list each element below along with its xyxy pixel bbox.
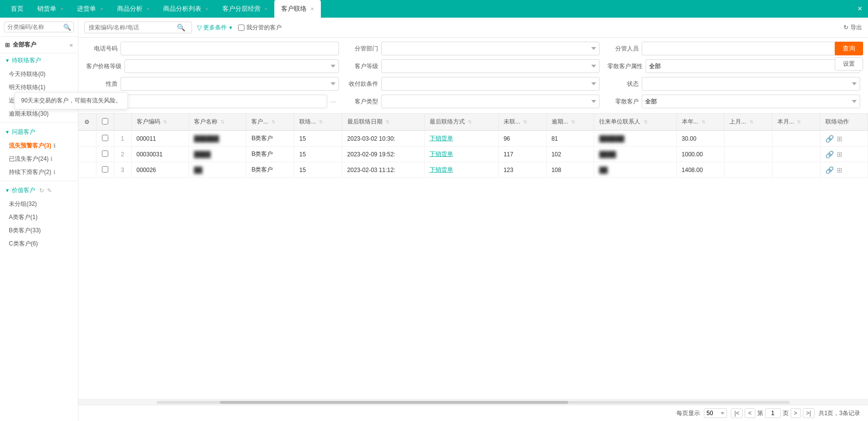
sidebar-search-icon[interactable]: 🔍 <box>63 24 71 31</box>
row2-last-method[interactable]: 下销货单 <box>424 147 498 162</box>
value-edit-icon[interactable]: ✎ <box>47 187 52 194</box>
my-customers-checkbox[interactable] <box>238 25 244 31</box>
row3-link-icon[interactable]: 🔗 <box>825 166 834 174</box>
col-settings[interactable]: ⚙ <box>78 114 96 130</box>
row1-grid-icon[interactable]: ⊞ <box>837 135 843 143</box>
churned-info-icon[interactable]: ℹ <box>50 156 52 162</box>
col-code[interactable]: 客户编码 ⇅ <box>131 114 189 130</box>
sidebar-item-b-class[interactable]: B类客户(33) <box>0 224 78 237</box>
sidebar-item-churn-warning[interactable]: 流失预警客户(3) ℹ <box>0 139 78 152</box>
horizontal-scrollbar[interactable] <box>78 399 868 405</box>
sidebar-item-a-class[interactable]: A类客户(1) <box>0 211 78 224</box>
filter-more-region[interactable]: ··· <box>327 98 339 105</box>
main-search-input[interactable] <box>89 24 177 31</box>
filter-label-dept: 分管部门 <box>347 45 381 53</box>
tab-product-analysis-close[interactable]: × <box>146 0 149 18</box>
row1-check[interactable] <box>96 130 114 147</box>
filter-select-payment[interactable] <box>381 77 600 91</box>
sidebar-item-churned[interactable]: 已流失客户(24) ℹ <box>0 152 78 166</box>
tab-purchase-close[interactable]: × <box>100 0 103 18</box>
filter-input-region[interactable] <box>124 95 327 108</box>
window-close-btn[interactable]: × <box>858 4 868 13</box>
row2-partner: ████ <box>594 147 676 162</box>
sidebar-item-ungroped[interactable]: 未分组(32) <box>0 198 78 211</box>
filter-select-manager[interactable] <box>642 42 848 55</box>
tab-home[interactable]: 首页 <box>4 0 30 18</box>
export-btn[interactable]: ↻ 导出 <box>844 24 862 32</box>
row3-last-method[interactable]: 下销货单 <box>424 162 498 178</box>
col-last-method[interactable]: 最后联络方式 ⇅ <box>424 114 498 130</box>
sidebar-collapse-btn[interactable]: « <box>70 41 73 49</box>
filter-select-dept[interactable] <box>381 42 600 55</box>
scrollbar-thumb[interactable] <box>220 401 568 404</box>
row1-partner: ██████ <box>594 130 676 147</box>
query-button[interactable]: 查询 <box>835 42 863 55</box>
sidebar-item-declining[interactable]: 持续下滑客户(2) ℹ <box>0 166 78 179</box>
tab-product-list-close[interactable]: × <box>205 0 208 18</box>
tab-product-list[interactable]: 商品分析列表 × <box>156 0 215 18</box>
row3-grid-icon[interactable]: ⊞ <box>837 166 843 174</box>
row2-link-icon[interactable]: 🔗 <box>825 150 834 158</box>
col-overdue[interactable]: 逾期... ⇅ <box>546 114 594 130</box>
row3-settings <box>78 162 96 178</box>
prev-page-btn[interactable]: < <box>745 408 755 418</box>
filter-select-customer-level[interactable] <box>381 59 600 73</box>
first-page-btn[interactable]: |< <box>731 408 743 418</box>
col-not-contact[interactable]: 未联... ⇅ <box>498 114 546 130</box>
col-this-month[interactable]: 本月... ⇅ <box>772 114 820 130</box>
select-all-checkbox[interactable] <box>102 118 108 124</box>
col-last-date[interactable]: 最后联络日期 ⇅ <box>342 114 424 130</box>
col-name[interactable]: 客户名称 ⇅ <box>189 114 246 130</box>
tab-customer-segment-close[interactable]: × <box>265 0 267 18</box>
sidebar-item-today[interactable]: 今天待联络(0) <box>0 68 78 81</box>
churn-warning-info-icon[interactable]: ℹ <box>53 143 55 149</box>
next-page-btn[interactable]: > <box>791 408 801 418</box>
row2-grid-icon[interactable]: ⊞ <box>837 150 843 158</box>
more-filter-btn[interactable]: ▽ 更多条件 ▼ <box>197 24 233 32</box>
sidebar-group-pending[interactable]: ▼ 待联络客户 <box>0 53 78 68</box>
col-last-month[interactable]: 上月... ⇅ <box>724 114 772 130</box>
tab-product-analysis[interactable]: 商品分析 × <box>110 0 156 18</box>
col-contact[interactable]: 联络... ⇅ <box>294 114 342 130</box>
filter-input-phone[interactable] <box>121 42 339 55</box>
row1-last-method[interactable]: 下销货单 <box>424 130 498 147</box>
declining-info-icon[interactable]: ℹ <box>53 169 55 175</box>
filter-select-nature[interactable] <box>121 77 339 91</box>
row1-checkbox[interactable] <box>102 135 108 141</box>
last-page-btn[interactable]: >| <box>803 408 815 418</box>
tab-sales-close[interactable]: × <box>60 0 63 18</box>
main-search-btn[interactable]: 🔍 <box>177 24 185 31</box>
tab-customer-contact-close[interactable]: × <box>311 0 313 18</box>
sidebar-group-value[interactable]: ▼ 价值客户 ↻ ✎ <box>0 183 78 198</box>
sidebar-item-overdue[interactable]: 逾期未联络(30) <box>0 107 78 121</box>
sidebar-group-problem[interactable]: ▼ 问题客户 <box>0 125 78 139</box>
col-year[interactable]: 本年... ⇅ <box>676 114 724 130</box>
filter-select-price-level[interactable] <box>124 59 339 73</box>
row3-check[interactable] <box>96 162 114 178</box>
filter-select-retail-attr[interactable]: 全部 <box>646 59 860 73</box>
tab-customer-contact[interactable]: 客户联络 × <box>274 0 320 18</box>
sidebar-item-c-class[interactable]: C类客户(6) <box>0 237 78 250</box>
table-row: 3 000026 ██ B类客户 15 2023-02-03 11:12: 下销… <box>78 162 868 178</box>
row1-link-icon[interactable]: 🔗 <box>825 135 834 143</box>
row2-checkbox[interactable] <box>102 150 108 157</box>
tab-purchase[interactable]: 进货单 × <box>70 0 110 18</box>
per-page-select[interactable]: 50 100 200 <box>704 408 727 418</box>
row3-checkbox[interactable] <box>102 166 108 173</box>
value-refresh-icon[interactable]: ↻ <box>39 187 44 194</box>
my-customers-checkbox-wrap[interactable]: 我分管的客户 <box>238 24 282 32</box>
page-num-input[interactable] <box>765 408 781 418</box>
tab-customer-segment[interactable]: 客户分层经营 × <box>216 0 274 18</box>
col-level[interactable]: 客户... ⇅ <box>246 114 294 130</box>
row2-check[interactable] <box>96 147 114 162</box>
filter-select-customer-type[interactable] <box>381 95 600 108</box>
col-num <box>114 114 131 130</box>
sidebar-root-title[interactable]: ⊞ 全部客户 « <box>0 37 78 53</box>
col-check[interactable] <box>96 114 114 130</box>
col-partner[interactable]: 往来单位联系人 ⇅ <box>594 114 676 130</box>
filter-select-status[interactable] <box>642 77 860 91</box>
filter-select-retail[interactable]: 全部 <box>642 95 860 108</box>
settings-button[interactable]: 设置 <box>835 57 863 71</box>
row3-action-icons: 🔗 ⊞ <box>825 166 863 174</box>
tab-sales[interactable]: 销货单 × <box>30 0 70 18</box>
